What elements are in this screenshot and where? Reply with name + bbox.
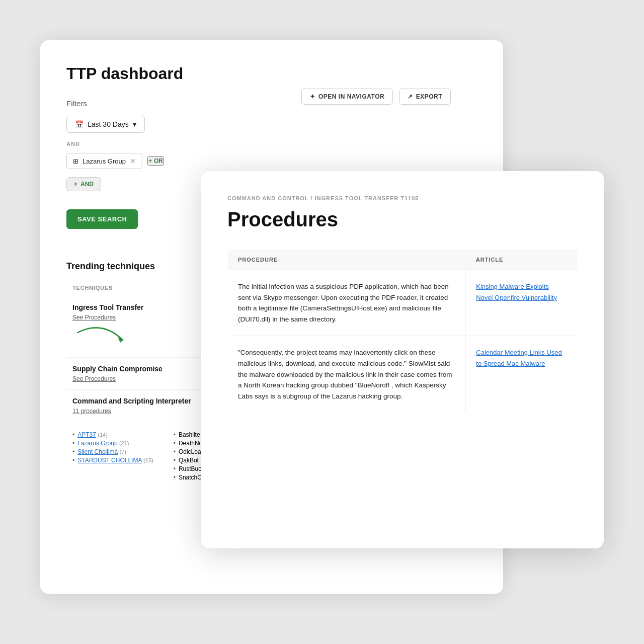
list-item: STARDUST CHOLLIMA (15) [72, 457, 153, 464]
navigator-icon: ✦ [310, 93, 315, 100]
article-cell: Kinsing Malware Exploits Novel Openfire … [466, 270, 578, 336]
see-procedures-link[interactable]: See Procedures [72, 314, 116, 321]
export-button[interactable]: ↗ EXPORT [399, 89, 451, 105]
or-button[interactable]: + OR [147, 156, 164, 166]
save-search-button[interactable]: SAVE SEARCH [66, 209, 138, 229]
breadcrumb: COMMAND AND CONTROL / INGRESS TOOL TRANS… [227, 195, 578, 201]
and-label: AND [66, 141, 477, 147]
page-title: TTP dashboard [66, 64, 477, 83]
procedures-panel: COMMAND AND CONTROL / INGRESS TOOL TRANS… [201, 171, 604, 548]
article-col-header: ARTICLE [466, 250, 578, 270]
date-filter-button[interactable]: 📅 Last 30 Days ▾ [66, 116, 145, 133]
list-item: Silent Chollima (7) [72, 448, 153, 455]
arrow-curved-icon [72, 325, 133, 350]
filter-tag-row: ⊞ Lazarus Group ✕ + OR [66, 153, 477, 169]
export-icon: ↗ [408, 93, 413, 100]
article-link-1[interactable]: Kinsing Malware Exploits Novel Openfire … [476, 283, 557, 301]
procedure-text: "Consequently, the project teams may ina… [228, 336, 466, 413]
open-in-navigator-button[interactable]: ✦ OPEN IN NAVIGATOR [301, 89, 393, 105]
article-link-2[interactable]: Calendar Meeting Links Used to Spread Ma… [476, 349, 562, 367]
procedure-row: "Consequently, the project teams may ina… [228, 336, 578, 413]
procedures-title: Procedures [227, 208, 578, 231]
add-and-button[interactable]: + AND [66, 177, 101, 191]
see-procedures-link-2[interactable]: See Procedures [72, 375, 116, 382]
chevron-down-icon: ▾ [133, 120, 136, 128]
list-item: Lazarus Group (21) [72, 440, 153, 447]
procedures-table: PROCEDURE ARTICLE The initial infection … [227, 249, 578, 413]
procedure-col-header: PROCEDURE [228, 250, 466, 270]
list-item: APT37 (14) [72, 431, 153, 438]
article-cell: Calendar Meeting Links Used to Spread Ma… [466, 336, 578, 413]
lazarus-group-tag: ⊞ Lazarus Group ✕ [66, 153, 142, 169]
calendar-icon: 📅 [75, 120, 84, 128]
group-icon: ⊞ [73, 157, 78, 165]
header-buttons: ✦ OPEN IN NAVIGATOR ↗ EXPORT [301, 89, 451, 105]
procedure-row: The initial infection was a suspicious P… [228, 270, 578, 336]
silent-chollima-link[interactable]: Silent Chollima [77, 448, 118, 455]
plus-icon-and: + [74, 181, 77, 188]
tags-list-left: APT37 (14) Lazarus Group (21) Silent Cho… [72, 431, 153, 482]
apt37-link[interactable]: APT37 [77, 431, 96, 438]
see-procedures-count[interactable]: 11 procedures [72, 408, 111, 415]
stardust-link[interactable]: STARDUST CHOLLIMA [77, 457, 142, 464]
remove-tag-button[interactable]: ✕ [130, 157, 136, 165]
lazarus-link[interactable]: Lazarus Group [77, 440, 117, 447]
procedure-text: The initial infection was a suspicious P… [228, 270, 466, 336]
plus-icon: + [148, 157, 152, 165]
